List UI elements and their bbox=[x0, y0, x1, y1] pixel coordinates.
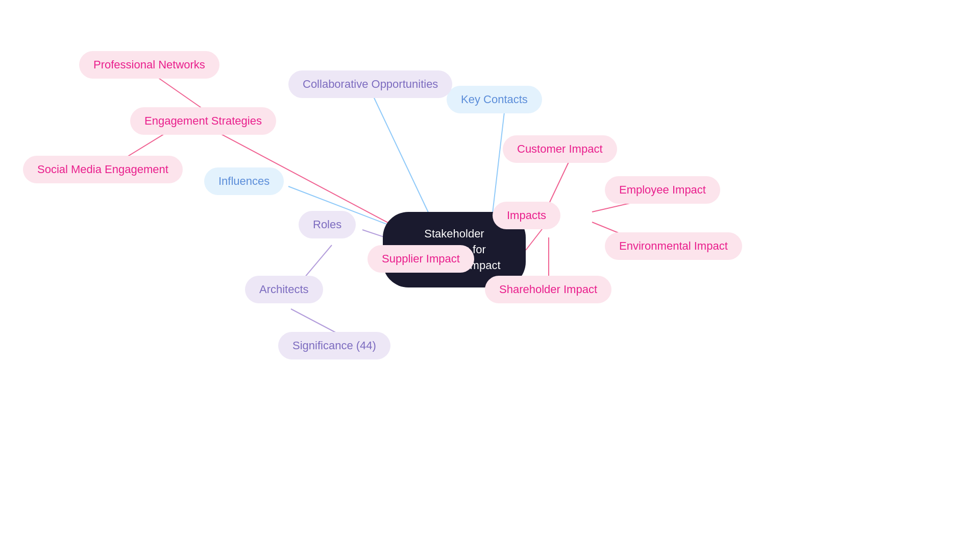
employee-impact-label: Employee Impact bbox=[619, 183, 706, 197]
shareholder-impact-node[interactable]: Shareholder Impact bbox=[485, 276, 611, 303]
significance-node[interactable]: Significance (44) bbox=[278, 332, 390, 359]
environmental-impact-node[interactable]: Environmental Impact bbox=[605, 232, 742, 260]
shareholder-impact-label: Shareholder Impact bbox=[499, 283, 597, 296]
professional-networks-label: Professional Networks bbox=[93, 58, 205, 71]
impacts-label: Impacts bbox=[507, 209, 546, 222]
influences-node[interactable]: Influences bbox=[204, 167, 284, 195]
employee-impact-node[interactable]: Employee Impact bbox=[605, 176, 720, 204]
collaborative-opportunities-label: Collaborative Opportunities bbox=[303, 78, 438, 91]
svg-line-14 bbox=[291, 309, 339, 334]
impacts-node[interactable]: Impacts bbox=[493, 202, 560, 229]
roles-label: Roles bbox=[313, 218, 341, 231]
customer-impact-node[interactable]: Customer Impact bbox=[503, 135, 617, 163]
key-contacts-node[interactable]: Key Contacts bbox=[447, 86, 542, 113]
key-contacts-label: Key Contacts bbox=[461, 93, 528, 106]
social-media-engagement-node[interactable]: Social Media Engagement bbox=[23, 156, 183, 183]
significance-label: Significance (44) bbox=[292, 339, 376, 352]
social-media-engagement-label: Social Media Engagement bbox=[37, 163, 168, 176]
influences-label: Influences bbox=[218, 175, 270, 188]
roles-node[interactable]: Roles bbox=[299, 211, 356, 238]
supplier-impact-node[interactable]: Supplier Impact bbox=[368, 245, 474, 273]
engagement-strategies-label: Engagement Strategies bbox=[144, 114, 262, 128]
svg-line-7 bbox=[549, 156, 572, 204]
professional-networks-node[interactable]: Professional Networks bbox=[79, 51, 219, 79]
environmental-impact-label: Environmental Impact bbox=[619, 239, 728, 253]
engagement-strategies-node[interactable]: Engagement Strategies bbox=[130, 107, 276, 135]
supplier-impact-label: Supplier Impact bbox=[382, 252, 460, 266]
collaborative-opportunities-node[interactable]: Collaborative Opportunities bbox=[288, 70, 452, 98]
architects-label: Architects bbox=[259, 283, 309, 296]
architects-node[interactable]: Architects bbox=[245, 276, 323, 303]
customer-impact-label: Customer Impact bbox=[517, 142, 603, 156]
